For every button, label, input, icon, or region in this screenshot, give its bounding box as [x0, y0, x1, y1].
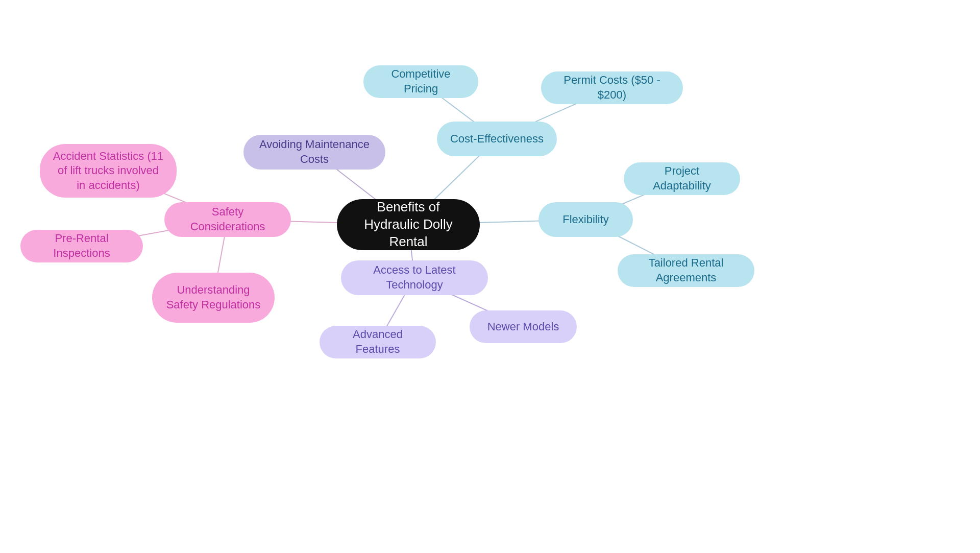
permit-costs-node: Permit Costs ($50 - $200): [541, 71, 683, 104]
flexibility-node: Flexibility: [538, 202, 633, 237]
safety-considerations-node: Safety Considerations: [164, 202, 291, 237]
project-adaptability-node: Project Adaptability: [624, 162, 740, 195]
understanding-safety-node: Understanding Safety Regulations: [152, 273, 275, 323]
tailored-rental-node: Tailored Rental Agreements: [618, 254, 754, 287]
competitive-pricing-node: Competitive Pricing: [363, 65, 478, 98]
pre-rental-inspections-node: Pre-Rental Inspections: [20, 230, 143, 262]
avoiding-maintenance-node: Avoiding Maintenance Costs: [243, 135, 385, 170]
accident-statistics-node: Accident Statistics (11 of lift trucks i…: [40, 144, 177, 198]
newer-models-node: Newer Models: [470, 310, 577, 343]
center-node: Benefits of Hydraulic Dolly Rental: [337, 199, 480, 250]
advanced-features-node: Advanced Features: [320, 326, 436, 358]
access-latest-tech-node: Access to Latest Technology: [341, 260, 488, 295]
cost-effectiveness-node: Cost-Effectiveness: [437, 122, 557, 156]
